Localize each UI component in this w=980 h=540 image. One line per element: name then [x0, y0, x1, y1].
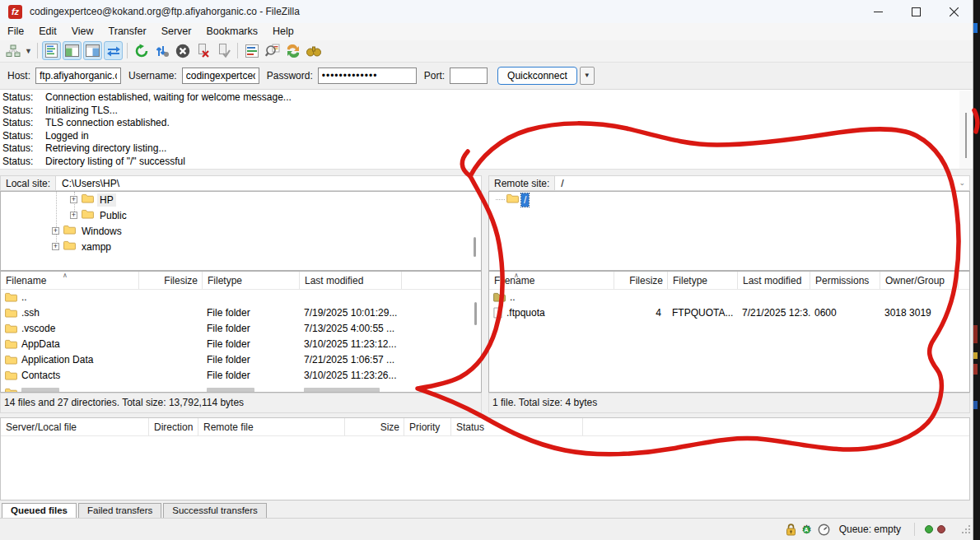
- column-header-filesize[interactable]: Filesize: [139, 272, 203, 289]
- menu-item-file[interactable]: File: [0, 23, 31, 40]
- chevron-down-icon[interactable]: ⌄: [959, 179, 965, 187]
- directory-filter-button[interactable]: [242, 41, 261, 60]
- reconnect-button[interactable]: [214, 41, 233, 60]
- port-input[interactable]: [450, 68, 488, 84]
- menu-item-transfer[interactable]: Transfer: [101, 23, 154, 40]
- auto-badge: A: [803, 526, 810, 533]
- tab-failed-transfers[interactable]: Failed transfers: [78, 503, 161, 518]
- toggle-local-tree-button[interactable]: [63, 41, 82, 60]
- toggle-remote-tree-button[interactable]: [83, 41, 102, 60]
- find-files-button[interactable]: [304, 41, 323, 60]
- log-line: Status:Retrieving directory listing...: [0, 142, 973, 156]
- edge-speck: [973, 325, 978, 343]
- queue-column-direction[interactable]: Direction: [149, 418, 198, 435]
- quickconnect-dropdown[interactable]: ▼: [580, 67, 595, 85]
- settings-gear-icon[interactable]: ⚙A: [800, 523, 814, 536]
- password-input[interactable]: [318, 68, 417, 84]
- menu-item-help[interactable]: Help: [265, 23, 301, 40]
- expand-plus-icon[interactable]: +: [70, 196, 77, 203]
- column-header-filename[interactable]: Filename: [489, 272, 614, 289]
- disconnect-button[interactable]: [194, 41, 212, 60]
- username-input[interactable]: [182, 68, 259, 84]
- file-row[interactable]: ..: [489, 290, 969, 305]
- local-site-combobox[interactable]: C:\Users\HP\ ⌄: [56, 175, 482, 191]
- refresh-button[interactable]: [132, 41, 151, 60]
- file-row[interactable]: .ftpquota4FTPQUOTA...7/21/2025 12:3...06…: [489, 305, 969, 321]
- queue-column-filler: [583, 418, 969, 435]
- quickconnect-bar: Host: Username: Password: Port: Quickcon…: [0, 63, 973, 90]
- column-header-filesize[interactable]: Filesize: [614, 272, 668, 289]
- directory-compare-button[interactable]: [263, 41, 282, 60]
- menu-item-bookmarks[interactable]: Bookmarks: [198, 23, 265, 40]
- queue-column-priority[interactable]: Priority: [404, 418, 451, 435]
- file-row[interactable]: .sshFile folder7/19/2025 10:01:29...: [1, 305, 481, 321]
- process-queue-button[interactable]: [152, 41, 171, 60]
- queue-column-server-local-file[interactable]: Server/Local file: [1, 418, 149, 435]
- column-header-filename[interactable]: Filename: [1, 272, 139, 289]
- resize-grip[interactable]: [961, 524, 971, 534]
- file-cell-name: .vscode: [1, 323, 139, 334]
- filezilla-logo-icon: fz: [8, 5, 22, 19]
- queue-column-remote-file[interactable]: Remote file: [198, 418, 345, 435]
- expand-plus-icon[interactable]: +: [52, 243, 59, 250]
- menu-item-view[interactable]: View: [64, 23, 101, 40]
- vertical-splitter[interactable]: [482, 191, 488, 271]
- folder-icon: [82, 193, 94, 206]
- file-row[interactable]: Application DataFile folder7/21/2025 1:0…: [1, 352, 481, 368]
- clipped-text: [207, 388, 254, 392]
- folder-icon: [493, 292, 506, 302]
- host-input[interactable]: [35, 68, 121, 84]
- lock-icon[interactable]: [786, 524, 796, 536]
- list-scrollbar-thumb[interactable]: [474, 302, 477, 325]
- file-cell-type: File folder: [203, 338, 300, 350]
- synchronized-browsing-button[interactable]: [283, 41, 302, 60]
- site-manager-button[interactable]: [3, 41, 22, 60]
- site-manager-dropdown[interactable]: ▼: [23, 41, 34, 60]
- queue-column-size[interactable]: Size: [345, 418, 404, 435]
- vertical-splitter[interactable]: [482, 271, 488, 393]
- close-button[interactable]: [935, 0, 973, 23]
- file-cell-name: AppData: [1, 338, 139, 350]
- tab-successful-transfers[interactable]: Successful transfers: [163, 503, 267, 518]
- quickconnect-button[interactable]: Quickconnect: [497, 67, 577, 85]
- tab-queued-files[interactable]: Queued files: [2, 503, 77, 518]
- menu-item-server[interactable]: Server: [154, 23, 199, 40]
- column-header-permissions[interactable]: Permissions: [810, 272, 880, 289]
- tree-item-hp[interactable]: +HP: [1, 192, 481, 207]
- queue-column-status[interactable]: Status: [451, 418, 583, 435]
- tree-item-public[interactable]: +Public: [1, 207, 481, 223]
- folder-icon: [5, 386, 17, 392]
- column-header-last-modified[interactable]: Last modified: [738, 272, 810, 289]
- log-scrollbar-thumb[interactable]: [965, 113, 967, 158]
- column-header-owner-group[interactable]: Owner/Group: [880, 272, 959, 289]
- minimize-button[interactable]: [859, 0, 897, 23]
- file-row[interactable]: ..: [1, 290, 481, 305]
- tree-item-xampp[interactable]: +xampp: [1, 239, 481, 254]
- sort-ascending-icon: ∧: [514, 272, 519, 279]
- remote-directory-tree: /: [488, 191, 970, 271]
- tree-item-root[interactable]: /: [489, 192, 969, 207]
- file-row[interactable]: AppDataFile folder3/10/2025 11:23:12...: [1, 337, 481, 352]
- speed-gauge-icon[interactable]: [818, 524, 830, 536]
- file-row[interactable]: ContactsFile folder3/10/2025 11:23:26...: [1, 368, 481, 384]
- tree-item-label: Windows: [79, 225, 124, 238]
- log-line: Status:Connection established, waiting f…: [0, 91, 973, 105]
- column-header-filetype[interactable]: Filetype: [668, 272, 738, 289]
- clipped-row[interactable]: [1, 384, 481, 392]
- menu-item-edit[interactable]: Edit: [31, 23, 64, 40]
- expand-plus-icon[interactable]: +: [52, 227, 59, 235]
- tree-item-windows[interactable]: +Windows: [1, 223, 481, 239]
- file-cell-modified: 7/19/2025 10:01:29...: [300, 307, 402, 319]
- expand-plus-icon[interactable]: +: [70, 212, 77, 219]
- maximize-button[interactable]: [897, 0, 935, 23]
- toggle-transfer-queue-button[interactable]: [104, 41, 123, 60]
- log-scrollbar[interactable]: [959, 91, 972, 169]
- column-header-last-modified[interactable]: Last modified: [300, 272, 402, 289]
- column-header-filetype[interactable]: Filetype: [203, 272, 300, 289]
- horizontal-splitter[interactable]: [0, 170, 973, 175]
- cancel-button[interactable]: [173, 41, 192, 60]
- remote-site-combobox[interactable]: / ⌄: [555, 175, 970, 191]
- file-row[interactable]: .vscodeFile folder7/13/2025 4:00:55 ...: [1, 321, 481, 337]
- toggle-message-log-button[interactable]: [42, 41, 61, 60]
- chevron-down-icon[interactable]: ⌄: [470, 179, 477, 187]
